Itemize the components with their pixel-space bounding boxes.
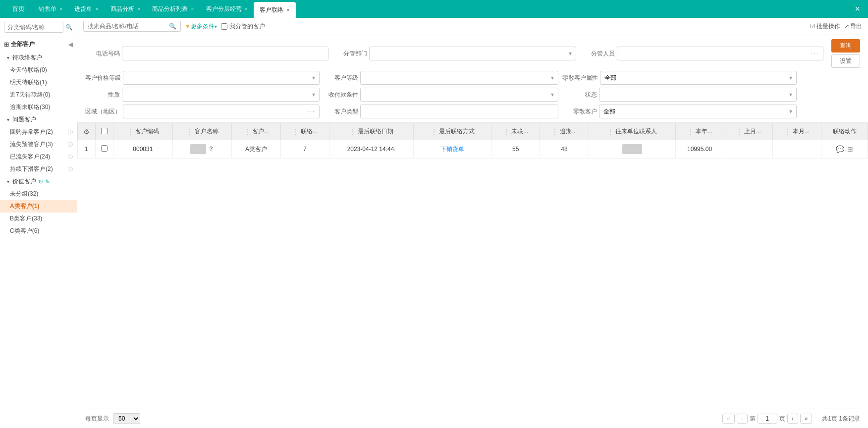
my-customers-checkbox[interactable] <box>221 23 227 30</box>
row-select-checkbox[interactable] <box>101 145 108 152</box>
col-customer-name[interactable]: ⋮客户名称 <box>172 123 232 140</box>
chevron-price-icon: ▾ <box>312 74 315 81</box>
col-checkbox[interactable] <box>96 123 113 140</box>
sidebar-item-b-class[interactable]: B类客户(33) <box>0 213 77 225</box>
nav-purchase[interactable]: 进货单 × <box>68 0 104 18</box>
chevron-status-icon: ▾ <box>789 91 792 98</box>
nav-goods-analysis[interactable]: 商品分析 × <box>105 0 146 18</box>
edit-value-icon[interactable]: ✎ <box>45 178 50 185</box>
close-purchase-icon[interactable]: × <box>95 6 98 12</box>
table-area: ⚙ ⋮客户编码 ⋮客户名称 ⋮客户... <box>77 123 868 409</box>
settings-button[interactable]: 设置 <box>831 54 860 68</box>
sidebar-item-week-contact[interactable]: 近7天待联络(0) <box>0 89 77 101</box>
sidebar-item-overdue-contact[interactable]: 逾期未联络(30) <box>0 101 77 113</box>
last-page-btn[interactable]: » <box>800 414 813 424</box>
row-contact-count: 7 <box>280 140 329 159</box>
region-label: 区域（地区） <box>85 107 121 116</box>
sidebar-item-churned[interactable]: 已流失客户(24) ⓘ <box>0 151 77 163</box>
nav-customer-segment[interactable]: 客户分层经营 × <box>200 0 254 18</box>
first-page-btn[interactable]: « <box>722 414 735 424</box>
nav-home[interactable]: 首页 <box>4 0 33 18</box>
col-contact-count[interactable]: ⋮联络... <box>280 123 329 140</box>
retail-attr-select[interactable]: 全部 ▾ <box>600 71 797 85</box>
nav-sales[interactable]: 销售单 × <box>33 0 68 18</box>
group-problem-customers[interactable]: ▼ 问题客户 <box>0 113 77 126</box>
query-button[interactable]: 查询 <box>831 39 860 53</box>
export-btn[interactable]: ↗ 导出 <box>844 22 862 31</box>
row-last-contact-method[interactable]: 下销货单 <box>414 140 491 159</box>
row-checkbox[interactable] <box>96 140 113 159</box>
customer-grade-label: 客户等级 <box>324 74 358 82</box>
col-last-month[interactable]: ⋮上月... <box>724 123 772 140</box>
col-last-contact-date[interactable]: ⋮最后联络日期 <box>329 123 414 140</box>
export-icon: ↗ <box>844 23 849 30</box>
select-all-checkbox[interactable] <box>101 128 108 134</box>
customer-type-input[interactable] <box>360 105 558 118</box>
filter-price-grade: 客户价格等级 ▾ <box>85 71 320 85</box>
manager-input[interactable]: ··· <box>617 47 823 60</box>
close-goods-analysis-icon[interactable]: × <box>137 6 140 12</box>
next-page-btn[interactable]: › <box>787 414 798 424</box>
filter-icon: ▼ <box>185 23 191 30</box>
nav-customer-contact[interactable]: 客户联络 × <box>254 2 295 18</box>
group-value-customers[interactable]: ▼ 价值客户 ↻ ✎ <box>0 175 77 188</box>
sidebar-item-abnormal-repurchase[interactable]: 回购异常客户(2) ⓘ <box>0 126 77 138</box>
phone-input[interactable] <box>122 47 328 60</box>
status-select[interactable]: ▾ <box>599 88 797 102</box>
collapse-icon[interactable]: ◀ <box>68 41 73 48</box>
more-conditions-btn[interactable]: ▼ 更多条件 ▾ <box>185 22 217 31</box>
sidebar-item-churn-warning[interactable]: 流失预警客户(3) ⓘ <box>0 138 77 151</box>
sidebar-item-c-class[interactable]: C类客户(6) <box>0 225 77 237</box>
tri-icon: ▼ <box>6 55 10 60</box>
sidebar-search-input[interactable] <box>4 22 63 33</box>
sidebar-search-icon[interactable]: 🔍 <box>65 24 73 31</box>
row-uncontacted: 55 <box>491 140 540 159</box>
dept-select[interactable]: ▾ <box>369 47 576 60</box>
col-company-contact[interactable]: ⋮往来单位联系人 <box>589 123 675 140</box>
col-overdue[interactable]: ⋮逾期... <box>540 123 589 140</box>
nav-goods-analysis-list[interactable]: 商品分析列表 × <box>146 0 200 18</box>
col-this-month[interactable]: ⋮本月... <box>773 123 821 140</box>
close-sales-icon[interactable]: × <box>59 6 62 12</box>
sidebar-item-today-contact[interactable]: 今天待联络(0) <box>0 64 77 76</box>
col-customer-code[interactable]: ⋮客户编码 <box>113 123 173 140</box>
page-number-input[interactable] <box>758 414 777 424</box>
chevron-dept-icon: ▾ <box>569 50 572 57</box>
gear-icon[interactable]: ⚙ <box>83 128 90 136</box>
region-input[interactable]: ··· <box>123 105 320 118</box>
nature-select[interactable]: ▾ <box>122 88 320 102</box>
col-this-year[interactable]: ⋮本年... <box>675 123 724 140</box>
retail-attr-label: 零散客户属性 <box>562 74 598 82</box>
filter-search-icon[interactable]: 🔍 <box>169 23 176 30</box>
batch-op-btn[interactable]: ☑ 批量操作 <box>810 22 840 31</box>
close-goods-analysis-list-icon[interactable]: × <box>191 6 194 12</box>
qrcode-action-icon[interactable]: ⊞ <box>847 145 853 153</box>
col-gear[interactable]: ⚙ <box>78 123 96 140</box>
filter-search-input[interactable] <box>88 23 167 30</box>
price-grade-select[interactable]: ▾ <box>123 71 320 85</box>
close-customer-segment-icon[interactable]: × <box>245 6 248 12</box>
col-last-contact-method[interactable]: ⋮最后联络方式 <box>414 123 491 140</box>
refresh-value-icon[interactable]: ↻ <box>38 178 43 185</box>
close-customer-contact-icon[interactable]: × <box>286 7 289 13</box>
sep-icon4: ⋮ <box>292 128 299 136</box>
group-waiting-contact[interactable]: ▼ 待联络客户 <box>0 52 77 64</box>
sep-icon7: ⋮ <box>503 128 510 136</box>
col-customer-type[interactable]: ⋮客户... <box>232 123 280 140</box>
payment-select[interactable]: ▾ <box>360 88 558 102</box>
col-uncontacted[interactable]: ⋮未联... <box>491 123 540 140</box>
sidebar-item-ungrouped[interactable]: 未分组(32) <box>0 188 77 200</box>
prev-page-btn[interactable]: ‹ <box>737 414 748 424</box>
sidebar-item-tomorrow-contact[interactable]: 明天待联络(1) <box>0 76 77 89</box>
last-contact-method-link[interactable]: 下销货单 <box>440 146 464 153</box>
tri-icon2: ▼ <box>6 117 10 122</box>
customer-grade-select[interactable]: ▾ <box>360 71 558 85</box>
all-customers-header[interactable]: ⊞ 全部客户 ◀ <box>0 37 77 52</box>
message-action-icon[interactable]: 💬 <box>836 145 844 153</box>
sidebar-item-a-class[interactable]: A类客户(1) <box>0 200 77 213</box>
sidebar-item-declining[interactable]: 持续下滑客户(2) ⓘ <box>0 163 77 175</box>
close-all-button[interactable]: × <box>851 4 864 14</box>
page-size-select[interactable]: 10 20 50 100 <box>113 413 140 424</box>
retail-select[interactable]: 全部 ▾ <box>599 105 797 118</box>
content-area: 🔍 ▼ 更多条件 ▾ 我分管的客户 ☑ 批量操作 ↗ 导出 <box>77 18 868 428</box>
